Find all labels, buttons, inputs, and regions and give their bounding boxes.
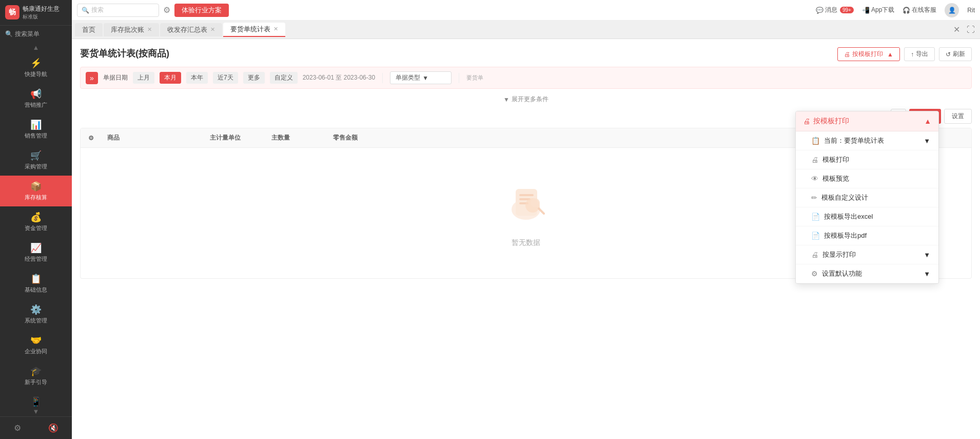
print-display-print[interactable]: 🖨 按显示打印 ▼ <box>796 245 938 264</box>
th-quantity: 主数量 <box>265 133 327 142</box>
date-custom[interactable]: 自定义 <box>270 72 298 84</box>
app-center-icon: 📱 <box>30 396 42 407</box>
sidebar-item-cooperation[interactable]: 🤝 企业协同 <box>0 330 72 360</box>
logo-text: 畅康通好生意 标准版 <box>23 5 60 20</box>
tab-order-stats-close[interactable]: ✕ <box>273 26 278 32</box>
expand-more-bar[interactable]: ▼ 展开更多条件 <box>80 93 972 106</box>
purchase-icon: 🛒 <box>30 150 42 161</box>
set-default-chevron-icon: ▼ <box>924 270 930 278</box>
trial-btn[interactable]: 体验行业方案 <box>174 4 229 17</box>
date-prev-month[interactable]: 上月 <box>133 72 154 84</box>
tab-receipt-summary[interactable]: 收发存汇总表 ✕ <box>160 23 222 36</box>
tab-home[interactable]: 首页 <box>75 23 103 36</box>
filter-divider-2 <box>459 73 459 83</box>
sidebar-item-app-center[interactable]: 📱 应用中心 <box>0 391 72 407</box>
print-icon: 🖨 <box>844 51 850 58</box>
doc-type-chevron-icon: ▼ <box>422 74 428 82</box>
print-dropdown-header-title: 🖨 按模板打印 <box>803 117 849 126</box>
refresh-btn[interactable]: ↺ 刷新 <box>939 47 972 61</box>
expand-down-icon: ▼ <box>503 96 509 103</box>
search-icon: 🔍 <box>5 30 13 37</box>
date-current-month[interactable]: 本月 <box>160 72 181 84</box>
print-template-excel[interactable]: 📄 按模板导出excel <box>796 207 938 226</box>
basic-info-icon: 📋 <box>30 273 42 284</box>
topbar-search-box[interactable]: 🔍 搜索 <box>77 4 159 17</box>
print-template-btn[interactable]: 🖨 按模板打印 ▲ <box>837 47 900 61</box>
topbar-gear-icon[interactable]: ⚙ <box>163 5 170 15</box>
logo-icon: 畅 <box>5 5 19 20</box>
topbar-avatar[interactable]: 👤 <box>945 3 959 17</box>
tab-order-stats[interactable]: 要货单统计表 ✕ <box>223 23 285 37</box>
print-current-template[interactable]: 📋 当前：要货单统计表 ▼ <box>796 131 938 150</box>
main-area: 🔍 搜索 ⚙ 体验行业方案 💬 消息 99+ 📲 App下载 🎧 在线客服 👤 … <box>72 0 980 439</box>
sidebar-item-basic-info[interactable]: 📋 基础信息 <box>0 268 72 299</box>
sales-icon: 📊 <box>30 119 42 130</box>
tab-expand-btn[interactable]: ⛶ <box>965 24 977 36</box>
tab-inventory-batch[interactable]: 库存批次账 ✕ <box>104 23 159 36</box>
filter-divider-1 <box>382 73 383 83</box>
th-settings[interactable]: ⚙ <box>81 135 101 142</box>
finance-icon: 💰 <box>30 212 42 223</box>
sidebar-item-purchase[interactable]: 🛒 采购管理 <box>0 145 72 176</box>
print-dropdown-header-right: ▲ <box>924 117 931 125</box>
sidebar-search[interactable]: 🔍 搜索菜单 <box>0 26 72 43</box>
sidebar-settings-icon[interactable]: ⚙ <box>12 421 23 435</box>
sidebar-item-quick-nav[interactable]: ⚡ 快捷导航 <box>0 52 72 83</box>
sidebar-item-operations[interactable]: 📈 经营管理 <box>0 237 72 268</box>
th-unit: 主计量单位 <box>204 133 265 142</box>
topbar-message[interactable]: 💬 消息 99+ <box>816 6 854 14</box>
doc-type-dropdown[interactable]: 单据类型 ▼ <box>390 71 452 84</box>
print-dropdown-close-icon[interactable]: ▲ <box>924 117 931 125</box>
date-current-year[interactable]: 本年 <box>186 72 208 84</box>
date-more[interactable]: 更多 <box>243 72 265 84</box>
sidebar-item-guide[interactable]: 🎓 新手引导 <box>0 360 72 391</box>
settings-btn[interactable]: 设置 <box>944 109 972 124</box>
guide-icon: 🎓 <box>30 366 42 377</box>
sidebar-item-finance[interactable]: 💰 资金管理 <box>0 206 72 237</box>
content-area: 要货单统计表(按商品) 🖨 按模板打印 ▲ ↑ 导出 ↺ 刷新 » 单据日期 上… <box>72 39 980 439</box>
set-default-icon: ⚙ <box>811 270 818 278</box>
empty-state-icon <box>503 179 549 233</box>
sidebar-item-sales[interactable]: 📊 销售管理 <box>0 114 72 145</box>
template-custom-icon: ✏ <box>811 194 817 202</box>
sidebar-nav: ⚡ 快捷导航 📢 营销推广 📊 销售管理 🛒 采购管理 📦 库存核算 💰 资金管… <box>0 52 72 407</box>
tab-inventory-batch-close[interactable]: ✕ <box>147 26 152 33</box>
sidebar-item-system[interactable]: ⚙️ 系统管理 <box>0 299 72 330</box>
svg-rect-2 <box>519 194 534 196</box>
template-pdf-icon: 📄 <box>811 232 820 240</box>
topbar-app-download[interactable]: 📲 App下载 <box>862 6 894 14</box>
topbar-user-name: Rit <box>967 7 975 14</box>
print-template-print[interactable]: 🖨 模板打印 <box>796 150 938 169</box>
action-bar: 🖨 按模板打印 ▲ ↑ 导出 ↺ 刷新 <box>837 47 972 61</box>
print-template-custom[interactable]: ✏ 模板自定义设计 <box>796 188 938 207</box>
print-template-pdf[interactable]: 📄 按模板导出pdf <box>796 226 938 245</box>
th-product: 商品 <box>101 133 204 142</box>
tab-receipt-summary-close[interactable]: ✕ <box>210 26 215 33</box>
print-template-preview[interactable]: 👁 模板预览 <box>796 169 938 188</box>
print-dropdown: 🖨 按模板打印 ▲ 📋 当前：要货单统计表 ▼ 🖨 模板打印 <box>795 111 939 284</box>
sidebar-sound-icon[interactable]: 🔇 <box>46 421 61 435</box>
print-dropdown-header: 🖨 按模板打印 ▲ <box>796 111 938 131</box>
yaohuodan-label: 要货单 <box>466 74 483 82</box>
download-icon: 📲 <box>862 7 870 14</box>
marketing-icon: 📢 <box>30 88 42 100</box>
template-excel-icon: 📄 <box>811 213 820 221</box>
sidebar-scroll-down[interactable]: ▼ <box>0 407 72 416</box>
sidebar-item-marketing[interactable]: 📢 营销推广 <box>0 83 72 114</box>
print-set-default[interactable]: ⚙ 设置默认功能 ▼ <box>796 264 938 283</box>
print-dropdown-print-icon: 🖨 <box>803 117 810 125</box>
date-last7days[interactable]: 近7天 <box>213 72 238 84</box>
export-btn[interactable]: ↑ 导出 <box>904 47 935 61</box>
service-icon: 🎧 <box>903 7 910 14</box>
th-amount: 零售金额 <box>327 133 388 142</box>
message-badge: 99+ <box>840 7 854 13</box>
sidebar-bottom: ⚙ 🔇 <box>0 416 72 439</box>
tab-close-all-btn[interactable]: ✕ <box>950 24 963 36</box>
filter-expand-btn[interactable]: » <box>86 72 98 84</box>
message-icon: 💬 <box>816 7 824 14</box>
current-template-icon: 📋 <box>811 137 820 145</box>
sidebar-item-inventory[interactable]: 📦 库存核算 <box>0 176 72 206</box>
topbar-online-service[interactable]: 🎧 在线客服 <box>903 6 936 14</box>
cooperation-icon: 🤝 <box>30 335 42 346</box>
sidebar-scroll-up[interactable]: ▲ <box>0 43 72 52</box>
